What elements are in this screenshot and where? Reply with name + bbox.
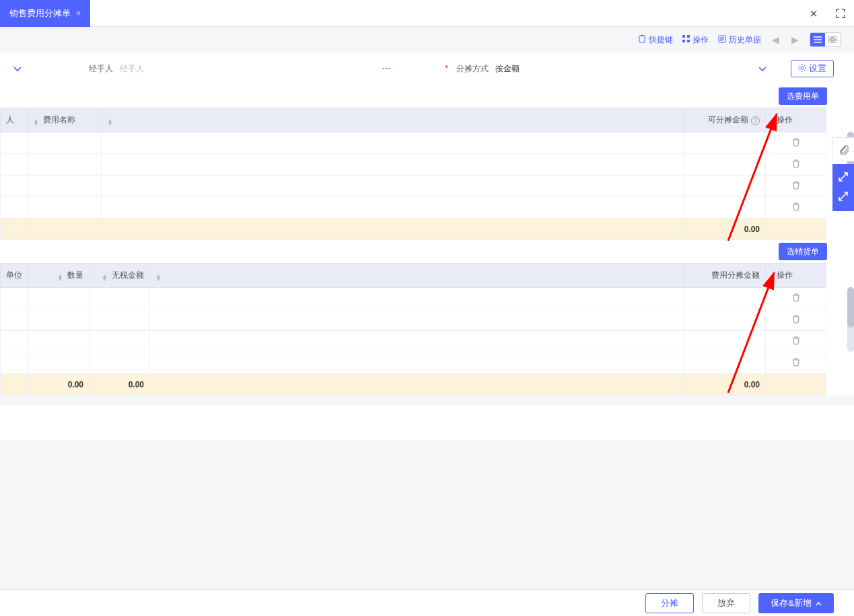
clipboard-icon [638, 35, 646, 45]
pick-sales-button[interactable]: 选销货单 [779, 243, 827, 260]
sort-icon: ▲▼ [33, 119, 39, 126]
help-icon[interactable]: ? [751, 116, 760, 125]
nav-prev-icon[interactable]: ◀ [771, 34, 781, 45]
discard-button[interactable]: 放弃 [702, 593, 750, 613]
grid-icon [682, 35, 690, 44]
operate-link[interactable]: 操作 [682, 34, 709, 46]
table-row[interactable] [1, 132, 826, 154]
total-fee: 0.00 [685, 374, 766, 395]
col-person[interactable]: 人 [1, 108, 28, 132]
chevron-up-icon [816, 598, 822, 608]
sort-icon: ▲▼ [155, 274, 162, 281]
handler-label: 经手人 [89, 63, 113, 75]
history-link[interactable]: 历史单据 [718, 34, 761, 46]
fullscreen-icon[interactable] [831, 0, 850, 27]
total-notax: 0.00 [90, 374, 150, 395]
table-row[interactable] [1, 331, 826, 352]
history-icon [718, 35, 726, 45]
svg-rect-8 [833, 36, 837, 39]
scrollbar[interactable] [847, 287, 854, 352]
attachment-icon[interactable] [832, 137, 854, 161]
allocate-button[interactable]: 分摊 [645, 593, 694, 613]
svg-rect-3 [687, 35, 690, 38]
sort-icon: ▲▼ [102, 274, 108, 281]
tab-close-icon[interactable]: × [76, 9, 81, 18]
notes-area [0, 405, 854, 440]
more-icon[interactable]: ··· [382, 64, 391, 73]
total-row: 0.00 [1, 219, 826, 240]
table-row[interactable] [1, 352, 826, 374]
tab-title: 销售费用分摊单 [9, 7, 71, 20]
sort-icon: ▲▼ [57, 274, 63, 281]
shortcut-label: 快捷键 [649, 34, 673, 46]
col-operate: 操作 [766, 108, 826, 132]
col-fee-alloc[interactable]: 费用分摊金额 [685, 264, 766, 288]
chevron-down-icon[interactable] [13, 63, 22, 74]
save-new-button[interactable]: 保存&新增 [758, 593, 834, 613]
sales-table: 单位 ▲▼数量 ▲▼无税金额 ▲▼ 费用分摊金额 操作 0.000.000.00 [0, 263, 826, 395]
trash-icon[interactable] [792, 139, 800, 149]
table-row[interactable] [1, 154, 826, 176]
table-row[interactable] [1, 288, 826, 309]
operate-label: 操作 [692, 34, 709, 46]
nav-next-icon[interactable]: ▶ [790, 34, 800, 45]
col-blank[interactable]: ▲▼ [102, 108, 685, 132]
settings-label: 设置 [809, 63, 826, 75]
col-expense-name[interactable]: ▲▼费用名称 [28, 108, 102, 132]
save-new-label: 保存&新增 [771, 597, 812, 609]
svg-rect-1 [641, 35, 643, 36]
trash-icon[interactable] [792, 358, 800, 369]
expand-in-icon[interactable] [838, 191, 849, 204]
trash-icon[interactable] [792, 182, 800, 192]
svg-rect-0 [639, 36, 645, 42]
svg-rect-5 [687, 40, 690, 42]
svg-rect-4 [682, 40, 685, 42]
expand-out-icon[interactable] [838, 171, 849, 184]
trash-icon[interactable] [792, 203, 800, 213]
method-value[interactable]: 按金额 [495, 63, 751, 75]
svg-point-11 [801, 67, 804, 69]
method-label: 分摊方式 [456, 63, 489, 75]
expense-table: 人 ▲▼费用名称 ▲▼ 可分摊金额? 操作 0.00 [0, 108, 826, 240]
total-qty: 0.00 [29, 374, 90, 395]
col-unit[interactable]: 单位 [1, 264, 29, 288]
svg-rect-9 [828, 40, 832, 43]
col-alloc-amount[interactable]: 可分摊金额? [685, 108, 766, 132]
svg-rect-2 [682, 35, 685, 38]
total-alloc: 0.00 [685, 219, 766, 240]
tab-active[interactable]: 销售费用分摊单 × [0, 0, 90, 27]
sort-icon: ▲▼ [107, 119, 113, 126]
trash-icon[interactable] [792, 160, 800, 170]
col-operate: 操作 [766, 264, 826, 288]
history-label: 历史单据 [729, 34, 761, 46]
svg-rect-10 [833, 40, 837, 43]
required-mark: * [445, 64, 448, 73]
total-row: 0.000.000.00 [1, 374, 826, 395]
pick-expense-button[interactable]: 选费用单 [779, 87, 827, 105]
table-row[interactable] [1, 309, 826, 331]
trash-icon[interactable] [792, 337, 800, 347]
method-chevron-down-icon[interactable] [758, 63, 767, 74]
col-notax[interactable]: ▲▼无税金额 [90, 264, 150, 288]
gear-icon [798, 64, 806, 74]
view-card-icon[interactable] [825, 33, 840, 46]
trash-icon[interactable] [792, 294, 800, 304]
settings-button[interactable]: 设置 [791, 60, 834, 77]
table-row[interactable] [1, 197, 826, 219]
close-icon[interactable]: × [800, 0, 827, 27]
side-expand-panel [832, 164, 854, 211]
col-qty[interactable]: ▲▼数量 [29, 264, 90, 288]
svg-rect-7 [828, 36, 832, 39]
view-list-icon[interactable] [810, 33, 825, 46]
shortcut-link[interactable]: 快捷键 [638, 34, 673, 46]
table-row[interactable] [1, 176, 826, 197]
col-blank[interactable]: ▲▼ [150, 264, 685, 288]
trash-icon[interactable] [792, 315, 800, 325]
handler-input[interactable] [120, 64, 376, 73]
